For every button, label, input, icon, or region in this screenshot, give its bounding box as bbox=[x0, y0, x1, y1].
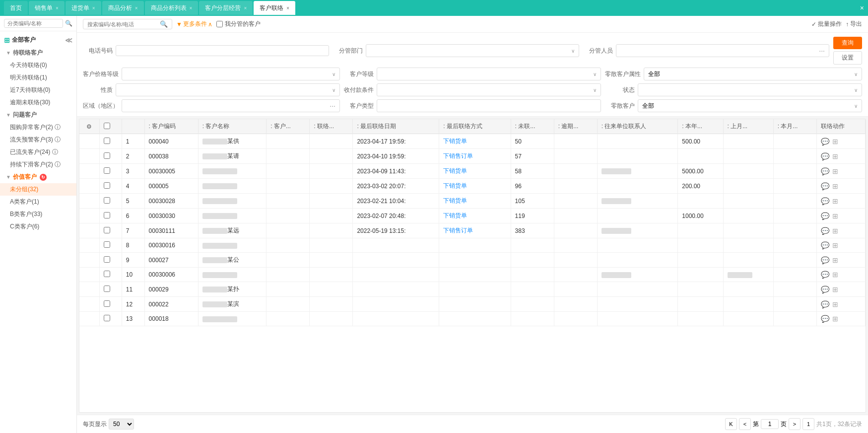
filter-nature-select[interactable]: ∨ bbox=[116, 83, 340, 96]
more-action-icon[interactable]: ⊞ bbox=[832, 241, 838, 249]
main-search-input[interactable] bbox=[87, 21, 158, 27]
last-contact-date-column-header[interactable]: : 最后联络日期 bbox=[353, 119, 439, 134]
contact-method-link[interactable]: 下销售订单 bbox=[443, 152, 473, 159]
contact-method-link[interactable]: 下销货单 bbox=[443, 212, 467, 219]
phone-action-icon[interactable]: 💬 bbox=[821, 138, 829, 145]
my-customers-checkbox[interactable]: 我分管的客户 bbox=[216, 20, 261, 28]
more-action-icon[interactable]: ⊞ bbox=[832, 138, 838, 145]
week-pending-item[interactable]: 近7天待联络(0) bbox=[0, 84, 76, 96]
this-month-column-header[interactable]: : 本月... bbox=[773, 119, 816, 134]
batch-operation-btn[interactable]: ✓ 批量操作 bbox=[811, 20, 842, 28]
contact-method-link[interactable]: 下销货单 bbox=[443, 197, 467, 204]
contact-method-link[interactable]: 下销货单 bbox=[443, 167, 467, 174]
tab-home[interactable]: 首页 bbox=[4, 1, 28, 15]
tab-customer-segment[interactable]: 客户分层经营 × bbox=[199, 1, 253, 15]
more-action-icon[interactable]: ⊞ bbox=[832, 167, 838, 175]
filter-customer-type-select[interactable] bbox=[377, 99, 601, 112]
row-checkbox[interactable] bbox=[104, 315, 110, 321]
row-checkbox[interactable] bbox=[104, 138, 110, 144]
tab-customer-contact[interactable]: 客户联络 × bbox=[254, 1, 295, 15]
more-action-icon[interactable]: ⊞ bbox=[832, 256, 838, 264]
last-page-btn[interactable]: 1 bbox=[802, 418, 814, 430]
row-checkbox[interactable] bbox=[104, 197, 110, 204]
sidebar-search-icon[interactable]: 🔍 bbox=[65, 20, 72, 27]
filter-customer-level-select[interactable]: ∨ bbox=[377, 68, 601, 80]
export-btn[interactable]: ↑ 导出 bbox=[846, 20, 862, 28]
last-contact-method-column-header[interactable]: : 最后联络方式 bbox=[439, 119, 511, 134]
filter-region-dots[interactable]: ··· bbox=[330, 102, 335, 110]
tab-customer-contact-close[interactable]: × bbox=[286, 5, 289, 11]
phone-action-icon[interactable]: 💬 bbox=[821, 167, 829, 175]
filter-dept-select[interactable]: ∨ bbox=[366, 44, 579, 57]
phone-action-icon[interactable]: 💬 bbox=[821, 212, 829, 220]
row-checkbox[interactable] bbox=[104, 241, 110, 248]
sidebar-search-input[interactable] bbox=[4, 19, 63, 28]
main-search-icon[interactable]: 🔍 bbox=[160, 20, 168, 28]
row-checkbox[interactable] bbox=[104, 152, 110, 159]
more-action-icon[interactable]: ⊞ bbox=[832, 271, 838, 279]
last-month-column-header[interactable]: : 上月... bbox=[723, 119, 773, 134]
this-year-column-header[interactable]: : 本年... bbox=[678, 119, 723, 134]
unit-contact-column-header[interactable]: : 往来单位联系人 bbox=[597, 119, 678, 134]
no-contact-column-header[interactable]: : 未联... bbox=[511, 119, 554, 134]
reset-button[interactable]: 设置 bbox=[833, 51, 862, 65]
type-column-header[interactable]: : 客户... bbox=[267, 119, 310, 134]
phone-action-icon[interactable]: 💬 bbox=[821, 182, 829, 190]
value-customers-section[interactable]: ▼ 价值客户 ↻ bbox=[0, 171, 76, 183]
tomorrow-pending-item[interactable]: 明天待联络(1) bbox=[0, 72, 76, 84]
row-checkbox[interactable] bbox=[104, 256, 110, 263]
query-button[interactable]: 查询 bbox=[833, 37, 862, 49]
contact-column-header[interactable]: : 联络... bbox=[310, 119, 353, 134]
filter-payment-select[interactable]: ∨ bbox=[377, 83, 601, 96]
page-number-input[interactable] bbox=[761, 419, 779, 429]
problem-customers-section[interactable]: ▼ 问题客户 bbox=[0, 109, 76, 121]
phone-action-icon[interactable]: 💬 bbox=[821, 315, 829, 323]
phone-action-icon[interactable]: 💬 bbox=[821, 197, 829, 205]
row-checkbox[interactable] bbox=[104, 227, 110, 233]
overdue-column-header[interactable]: : 逾期... bbox=[554, 119, 597, 134]
row-checkbox[interactable] bbox=[104, 271, 110, 277]
row-checkbox[interactable] bbox=[104, 300, 110, 307]
phone-action-icon[interactable]: 💬 bbox=[821, 300, 829, 308]
sidebar-collapse-btn[interactable]: ≪ bbox=[65, 36, 72, 44]
contact-method-link[interactable]: 下销售订单 bbox=[443, 227, 473, 234]
tab-product-list[interactable]: 商品分析列表 × bbox=[145, 1, 199, 15]
more-action-icon[interactable]: ⊞ bbox=[832, 152, 838, 160]
filter-scatter-customer-select[interactable]: 全部 ∨ bbox=[638, 99, 862, 112]
filter-manager-dots[interactable]: ··· bbox=[819, 47, 825, 55]
class-a-customers-item[interactable]: A类客户(1) bbox=[0, 196, 76, 208]
filter-scatter-attr-select[interactable]: 全部 ∨ bbox=[644, 68, 862, 80]
all-customers-header[interactable]: ⊞ 全部客户 ≪ bbox=[0, 33, 76, 47]
tab-product-list-close[interactable]: × bbox=[190, 5, 193, 11]
tab-sales-close[interactable]: × bbox=[56, 5, 59, 11]
row-checkbox[interactable] bbox=[104, 212, 110, 218]
filter-status-select[interactable]: ∨ bbox=[638, 83, 862, 96]
overdue-contact-item[interactable]: 逾期未联络(30) bbox=[0, 96, 76, 109]
my-customers-check[interactable] bbox=[216, 21, 223, 27]
phone-action-icon[interactable]: 💬 bbox=[821, 241, 829, 249]
prev-page-btn[interactable]: < bbox=[739, 418, 751, 430]
per-page-select[interactable]: 50 20 100 bbox=[109, 419, 134, 430]
hoarding-abnormal-item[interactable]: 囤购异常客户(2) ⓘ bbox=[0, 121, 76, 134]
contact-method-link[interactable]: 下销货单 bbox=[443, 182, 467, 189]
next-page-btn[interactable]: > bbox=[789, 418, 801, 430]
class-b-customers-item[interactable]: B类客户(33) bbox=[0, 208, 76, 220]
filter-phone-input[interactable] bbox=[116, 45, 329, 56]
tab-product-analysis[interactable]: 商品分析 × bbox=[102, 1, 144, 15]
today-pending-item[interactable]: 今天待联络(0) bbox=[0, 59, 76, 72]
more-action-icon[interactable]: ⊞ bbox=[832, 227, 838, 235]
tab-product-analysis-close[interactable]: × bbox=[135, 5, 138, 11]
tab-customer-segment-close[interactable]: × bbox=[244, 5, 247, 11]
pending-contact-section[interactable]: ▼ 待联络客户 bbox=[0, 47, 76, 59]
filter-region-select[interactable]: ··· bbox=[122, 99, 340, 112]
tab-sales[interactable]: 销售单 × bbox=[29, 1, 65, 15]
more-action-icon[interactable]: ⊞ bbox=[832, 182, 838, 190]
unassigned-group-item[interactable]: 未分组(32) bbox=[0, 183, 76, 196]
churn-warning-item[interactable]: 流失预警客户(3) ⓘ bbox=[0, 134, 76, 146]
filter-price-level-select[interactable]: ∨ bbox=[122, 68, 340, 80]
more-action-icon[interactable]: ⊞ bbox=[832, 197, 838, 205]
more-action-icon[interactable]: ⊞ bbox=[832, 286, 838, 293]
filter-manager-select[interactable]: ··· bbox=[616, 44, 829, 57]
declining-customers-item[interactable]: 持续下滑客户(2) ⓘ bbox=[0, 158, 76, 171]
more-action-icon[interactable]: ⊞ bbox=[832, 212, 838, 220]
